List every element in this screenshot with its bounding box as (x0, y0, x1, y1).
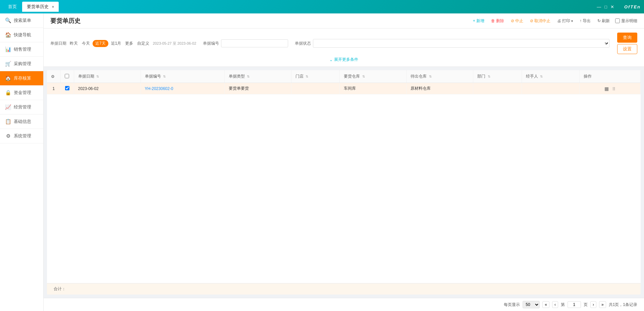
refresh-button[interactable]: ↻ 刷新 (596, 17, 611, 25)
row-edit-icon[interactable]: ▦ (603, 85, 610, 92)
cancel-stop-button[interactable]: ⊘ 取消中止 (529, 17, 552, 25)
date-filter-label: 单据日期 (50, 41, 66, 46)
show-detail-checkbox[interactable] (615, 18, 620, 23)
col-store-label: 门店 (296, 74, 304, 79)
show-detail-toggle[interactable]: 显示明细 (615, 18, 637, 24)
sort-store-icon: ⇅ (306, 75, 308, 78)
col-select-all[interactable] (60, 70, 74, 83)
sidebar-label-search-menu: 搜索菜单 (14, 17, 31, 24)
operations-icon: 📈 (5, 104, 11, 110)
col-header-order-type[interactable]: 单据类型 ⇅ (224, 70, 291, 83)
col-header-store[interactable]: 门店 ⇅ (291, 70, 339, 83)
table-row[interactable]: 1 2023-06-02 YH-20230602-0 要货单要货 车间库 原材料… (47, 83, 641, 94)
pagination: 每页显示 50 10 20 100 « ‹ 第 页 › » 共1页，1条记录 (44, 298, 644, 311)
status-select[interactable] (313, 39, 609, 48)
cell-order-no[interactable]: YH-20230602-0 (141, 83, 224, 94)
col-req-warehouse-label: 要货仓库 (344, 74, 360, 79)
sort-order-no-icon: ⇅ (163, 75, 166, 78)
col-ops-label: 操作 (584, 74, 592, 79)
table-header-row: ⚙ 单据日期 ⇅ 单据编号 ⇅ (47, 70, 641, 83)
next-page-button[interactable]: › (590, 301, 596, 308)
col-header-date[interactable]: 单据日期 ⇅ (74, 70, 141, 83)
sort-dept-icon: ⇅ (488, 75, 490, 78)
date-opt-yesterday[interactable]: 昨天 (68, 40, 79, 47)
page-size-select[interactable]: 50 10 20 100 (523, 301, 540, 308)
date-opt-1month[interactable]: 近1月 (110, 40, 123, 47)
tab-close-icon[interactable]: × (52, 5, 54, 9)
page-number-input[interactable] (568, 301, 581, 308)
date-opt-custom[interactable]: 自定义 (136, 40, 151, 47)
table-scroll[interactable]: ⚙ 单据日期 ⇅ 单据编号 ⇅ (47, 70, 641, 283)
first-page-button[interactable]: « (542, 301, 549, 308)
cell-ops: ▦ ⁝⁝ (579, 83, 640, 94)
lock-icon: 🔒 (5, 90, 11, 96)
cell-req-warehouse: 车间库 (340, 83, 407, 94)
sidebar-item-search-menu[interactable]: 🔍 搜索菜单 (0, 13, 43, 28)
sidebar-label-basic-info: 基础信息 (14, 119, 31, 125)
table-body: 1 2023-06-02 YH-20230602-0 要货单要货 车间库 原材料… (47, 83, 641, 94)
select-all-checkbox[interactable] (65, 74, 69, 78)
refresh-btn-label: 刷新 (602, 18, 610, 24)
sidebar: 🔍 搜索菜单 🏠 快捷导航 📊 销售管理 🛒 采购管理 🏠 库存核算 🔒 资金管… (0, 13, 44, 311)
window-close-icon[interactable]: ✕ (610, 4, 614, 9)
cell-handler (522, 83, 579, 94)
date-opt-7days[interactable]: 近7天 (93, 40, 108, 47)
delete-btn-label: 删除 (496, 18, 504, 24)
search-icon: 🔍 (5, 17, 11, 24)
cancel-icon: ⊘ (530, 18, 533, 23)
col-header-ops: 操作 (579, 70, 640, 83)
cell-store (291, 83, 339, 94)
sidebar-item-operations-mgmt[interactable]: 📈 经营管理 (0, 100, 43, 115)
delete-button[interactable]: 🗑 删除 (490, 17, 505, 25)
print-button[interactable]: 🖨 打印 ▾ (556, 17, 574, 25)
page-header: 要货单历史 + 新增 🗑 删除 ⊘ 中止 ⊘ 取消中止 🖨 (44, 13, 644, 29)
col-header-handler[interactable]: 经手人 ⇅ (522, 70, 579, 83)
export-icon: ↑ (580, 18, 582, 23)
sidebar-item-inventory[interactable]: 🏠 库存核算 (0, 71, 43, 86)
col-header-dept[interactable]: 部门 ⇅ (473, 70, 522, 83)
tab-requisition-label: 要货单历史 (27, 4, 49, 9)
sidebar-item-purchase-mgmt[interactable]: 🛒 采购管理 (0, 57, 43, 71)
cell-checkbox[interactable] (60, 83, 74, 94)
prev-page-button[interactable]: ‹ (552, 301, 558, 308)
col-date-label: 单据日期 (78, 74, 94, 79)
expand-more-btn[interactable]: ⌄ 展开更多条件 (50, 57, 637, 62)
table-footer: 合计： (47, 283, 641, 295)
date-range-display: 2023-05-27 至 2023-06-02 (153, 41, 196, 46)
cell-row-num: 1 (47, 83, 60, 94)
row-more-icon[interactable]: ⁝⁝ (611, 85, 616, 92)
sort-req-warehouse-icon: ⇅ (362, 75, 365, 78)
total-info: 共1页，1条记录 (609, 302, 637, 308)
maximize-icon[interactable]: □ (604, 4, 607, 9)
col-header-req-warehouse[interactable]: 要货仓库 ⇅ (340, 70, 407, 83)
cart-icon: 🛒 (5, 61, 11, 67)
sidebar-label-system-mgmt: 系统管理 (14, 133, 31, 139)
order-no-input[interactable] (221, 39, 288, 47)
sort-order-type-icon: ⇅ (247, 75, 250, 78)
sidebar-item-finance-mgmt[interactable]: 🔒 资金管理 (0, 86, 43, 100)
last-page-button[interactable]: » (599, 301, 606, 308)
minimize-icon[interactable]: — (597, 4, 601, 9)
col-dept-label: 部门 (477, 74, 485, 79)
date-opt-today[interactable]: 今天 (80, 40, 91, 47)
print-icon: 🖨 (557, 18, 561, 23)
footer-total-label: 合计： (54, 286, 66, 291)
export-button[interactable]: ↑ 导出 (578, 17, 592, 25)
sidebar-item-sales-mgmt[interactable]: 📊 销售管理 (0, 42, 43, 57)
query-button[interactable]: 查询 (617, 33, 637, 43)
sidebar-item-basic-info[interactable]: 📋 基础信息 (0, 115, 43, 129)
sidebar-item-system-mgmt[interactable]: ⚙ 系统管理 (0, 129, 43, 143)
sidebar-item-quick-nav[interactable]: 🏠 快捷导航 (0, 28, 43, 42)
tab-requisition-history[interactable]: 要货单历史 × (22, 2, 59, 12)
col-header-order-no[interactable]: 单据编号 ⇅ (141, 70, 224, 83)
col-settings[interactable]: ⚙ (47, 70, 60, 83)
tab-home[interactable]: 首页 (3, 2, 21, 12)
date-opt-more[interactable]: 更多 (124, 40, 135, 47)
export-btn-label: 导出 (583, 18, 591, 24)
settings-button[interactable]: 设置 (617, 44, 637, 54)
sidebar-label-quick-nav: 快捷导航 (14, 32, 31, 38)
col-header-pending-warehouse[interactable]: 待出仓库 ⇅ (407, 70, 473, 83)
cell-pending-warehouse: 原材料仓库 (407, 83, 473, 94)
new-button[interactable]: + 新增 (472, 17, 486, 25)
stop-button[interactable]: ⊘ 中止 (509, 17, 525, 25)
